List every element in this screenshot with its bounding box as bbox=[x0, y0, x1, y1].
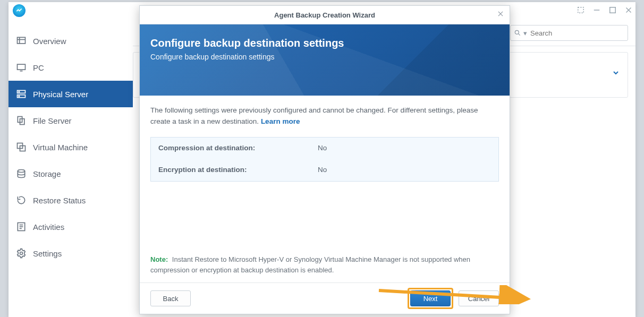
setting-value: No bbox=[318, 165, 327, 176]
storage-icon bbox=[16, 168, 27, 179]
sidebar-item-label: Storage bbox=[33, 169, 61, 178]
sidebar-item-pc[interactable]: PC bbox=[9, 54, 133, 81]
pin-icon[interactable] bbox=[576, 5, 586, 15]
sidebar-item-file-server[interactable]: File Server bbox=[9, 107, 133, 134]
modal-hero: Configure backup destination settings Co… bbox=[140, 24, 510, 96]
svg-point-23 bbox=[20, 252, 23, 255]
minimize-icon[interactable] bbox=[592, 5, 601, 15]
sidebar-item-label: Physical Server bbox=[33, 90, 88, 99]
sidebar: Overview PC Physical Server File Server … bbox=[9, 20, 133, 317]
modal-titlebar: Agent Backup Creation Wizard bbox=[140, 6, 510, 24]
sidebar-item-label: PC bbox=[33, 63, 44, 72]
physical-server-icon bbox=[16, 89, 27, 99]
note-text: Instant Restore to Microsoft Hyper-V or … bbox=[150, 255, 470, 274]
sidebar-item-label: Virtual Machine bbox=[33, 143, 88, 152]
cancel-button[interactable]: Cancel bbox=[459, 290, 499, 306]
chevron-down-icon[interactable] bbox=[612, 68, 620, 79]
search-icon bbox=[514, 29, 521, 37]
sidebar-item-label: Activities bbox=[33, 222, 64, 232]
app-logo-icon bbox=[13, 4, 26, 17]
table-row: Compression at destination: No bbox=[151, 138, 498, 159]
sidebar-item-label: Overview bbox=[33, 37, 66, 46]
virtual-machine-icon bbox=[16, 142, 27, 152]
next-button[interactable]: Next bbox=[410, 290, 451, 306]
search-box[interactable]: ▾ bbox=[510, 25, 628, 41]
svg-point-13 bbox=[19, 96, 20, 97]
back-button[interactable]: Back bbox=[150, 290, 191, 306]
sidebar-item-storage[interactable]: Storage bbox=[9, 160, 133, 187]
setting-label: Encryption at destination: bbox=[158, 165, 318, 176]
modal-note: Note: Instant Restore to Microsoft Hyper… bbox=[150, 254, 499, 276]
svg-point-12 bbox=[19, 91, 20, 92]
search-input[interactable] bbox=[529, 29, 624, 38]
svg-rect-0 bbox=[578, 7, 584, 13]
svg-rect-5 bbox=[18, 37, 26, 44]
svg-rect-2 bbox=[610, 7, 616, 13]
modal-title: Agent Backup Creation Wizard bbox=[274, 11, 375, 19]
wizard-modal: Agent Backup Creation Wizard Configure b… bbox=[139, 5, 510, 314]
modal-footer: Back Next Cancel bbox=[140, 282, 510, 314]
setting-value: No bbox=[318, 143, 327, 154]
note-label: Note: bbox=[150, 255, 168, 263]
restore-icon bbox=[16, 195, 27, 205]
sidebar-item-label: Restore Status bbox=[33, 196, 86, 205]
svg-point-24 bbox=[515, 30, 519, 34]
setting-label: Compression at destination: bbox=[158, 143, 318, 154]
settings-table: Compression at destination: No Encryptio… bbox=[150, 137, 499, 182]
search-dropdown-icon[interactable]: ▾ bbox=[523, 29, 527, 37]
close-window-icon[interactable] bbox=[624, 5, 633, 15]
sidebar-item-label: Settings bbox=[33, 249, 62, 258]
svg-point-18 bbox=[18, 170, 24, 173]
modal-body: The following settings were previously c… bbox=[140, 96, 510, 182]
modal-heading: Configure backup destination settings bbox=[150, 37, 499, 49]
maximize-icon[interactable] bbox=[608, 5, 617, 15]
sidebar-item-physical-server[interactable]: Physical Server bbox=[9, 81, 133, 107]
modal-subheading: Configure backup destination settings bbox=[150, 53, 499, 61]
overview-icon bbox=[16, 36, 27, 46]
pc-icon bbox=[16, 62, 27, 73]
close-icon[interactable] bbox=[497, 10, 504, 20]
svg-rect-8 bbox=[18, 64, 26, 70]
highlight-annotation: Next bbox=[408, 288, 453, 309]
svg-line-25 bbox=[518, 33, 520, 35]
gear-icon bbox=[16, 248, 27, 259]
sidebar-item-restore-status[interactable]: Restore Status bbox=[9, 187, 133, 213]
activities-icon bbox=[16, 221, 27, 232]
sidebar-item-overview[interactable]: Overview bbox=[9, 28, 133, 54]
sidebar-item-virtual-machine[interactable]: Virtual Machine bbox=[9, 134, 133, 160]
file-server-icon bbox=[16, 115, 27, 126]
sidebar-item-activities[interactable]: Activities bbox=[9, 213, 133, 240]
modal-body-text: The following settings were previously c… bbox=[150, 106, 478, 125]
sidebar-item-label: File Server bbox=[33, 116, 72, 125]
sidebar-item-settings[interactable]: Settings bbox=[9, 240, 133, 267]
table-row: Encryption at destination: No bbox=[151, 159, 498, 181]
learn-more-link[interactable]: Learn more bbox=[261, 117, 300, 125]
